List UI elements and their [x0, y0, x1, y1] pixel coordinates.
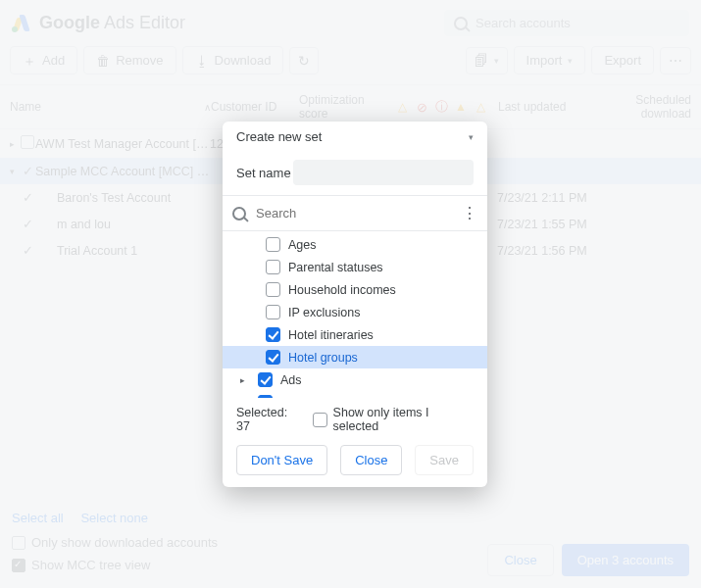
tree-checkbox[interactable]: [266, 350, 280, 365]
last-updated: 7/23/21 1:56 PM: [489, 244, 587, 258]
col-scheduled-download[interactable]: Scheduled download: [588, 93, 691, 121]
tree-checkbox[interactable]: [266, 260, 280, 274]
history-button[interactable]: ↻: [289, 47, 319, 74]
account-name: Trial Account 1: [57, 244, 210, 258]
tree-checkbox[interactable]: [266, 305, 280, 319]
col-optimization[interactable]: Optimization score: [299, 93, 392, 121]
tree-item-label: Ads: [280, 373, 302, 387]
dialog-search-input[interactable]: [254, 205, 454, 221]
search-accounts-input[interactable]: Search accounts: [444, 10, 689, 36]
checkmark-icon: ✓: [23, 165, 33, 178]
tree-checkbox[interactable]: [258, 395, 273, 398]
remove-button[interactable]: 🗑Remove: [83, 46, 175, 74]
account-name: Baron's Test Account: [57, 191, 210, 205]
checkmark-icon: ✓: [23, 244, 33, 258]
tree-item[interactable]: Hotel groups: [223, 346, 487, 368]
search-icon: [454, 17, 468, 30]
more-button[interactable]: ⋯: [660, 47, 691, 74]
tree-item-label: Ad extensions: [280, 396, 358, 399]
open-accounts-button[interactable]: Open 3 accounts: [562, 544, 689, 576]
tree-item-label: Hotel itineraries: [288, 328, 374, 342]
col-last-updated[interactable]: Last updated: [490, 100, 588, 114]
tree-item-label: Hotel groups: [288, 351, 358, 365]
warning-outline-icon: △: [471, 100, 490, 114]
error-circle-icon: ⊘: [412, 100, 431, 115]
col-customer-id[interactable]: Customer ID: [211, 100, 299, 114]
tree-checkbox[interactable]: [266, 327, 280, 342]
tree-item-label: IP exclusions: [288, 306, 360, 319]
tree-item[interactable]: Parental statuses: [223, 256, 487, 278]
more-vert-icon[interactable]: ⋮: [462, 204, 477, 222]
selected-count: Selected: 37: [236, 406, 303, 433]
chevron-down-icon: ▾: [494, 56, 499, 66]
expand-caret[interactable]: ▸: [240, 375, 250, 385]
app-title: Google Ads Editor: [39, 13, 185, 33]
download-button[interactable]: ⭳Download: [182, 46, 284, 74]
col-name[interactable]: Name∧: [10, 100, 211, 114]
tree-checkbox[interactable]: [266, 282, 280, 297]
search-icon: [232, 207, 246, 220]
tree-item-label: Household incomes: [288, 283, 396, 297]
tree-item[interactable]: Ages: [223, 233, 487, 256]
checkmark-icon: ✓: [23, 218, 33, 231]
warning-solid-icon: ▲: [451, 100, 471, 114]
dialog-close-button[interactable]: Close: [340, 445, 402, 475]
sort-asc-icon: ∧: [204, 102, 211, 113]
tree-item-label: Parental statuses: [288, 261, 383, 274]
chevron-down-icon: ▾: [568, 56, 573, 66]
import-button[interactable]: Import ▾: [514, 46, 586, 74]
set-name-label: Set name: [236, 166, 293, 180]
tree-item[interactable]: IP exclusions: [223, 301, 487, 323]
search-placeholder: Search accounts: [476, 16, 571, 30]
select-all-link[interactable]: Select all: [12, 511, 64, 525]
export-button[interactable]: Export: [591, 46, 654, 74]
expand-caret[interactable]: ▾: [10, 167, 20, 176]
save-button: Save: [415, 445, 474, 475]
select-none-link[interactable]: Select none: [80, 511, 148, 525]
chevron-down-icon: ▾: [469, 132, 474, 142]
last-updated: 7/23/21 1:55 PM: [489, 218, 587, 231]
tree-item[interactable]: Hotel itineraries: [223, 323, 487, 346]
create-set-dialog: Create new set ▾ Set name ⋮ AgesParental…: [223, 122, 487, 487]
more-icon: ⋯: [669, 54, 682, 68]
tree-item[interactable]: Household incomes: [223, 278, 487, 301]
download-icon: ⭳: [195, 54, 209, 68]
account-name: AWM Test Manager Account [MCC] (0/1): [35, 137, 210, 151]
show-only-selected-checkbox[interactable]: Show only items I selected: [313, 406, 474, 433]
tree-item[interactable]: ▸Ads: [223, 368, 487, 391]
google-ads-logo: [12, 14, 31, 33]
tree-item[interactable]: Ad extensions: [223, 391, 487, 398]
add-button[interactable]: ＋Add: [10, 46, 77, 74]
tree-item-label: Ages: [288, 238, 317, 252]
create-new-set-select[interactable]: Create new set ▾: [223, 122, 487, 152]
account-name: Sample MCC Account [MCC] (3/3): [35, 165, 210, 178]
history-icon: ↻: [298, 54, 310, 68]
row-checkbox[interactable]: [21, 135, 34, 149]
account-name: m and lou: [57, 218, 210, 231]
dont-save-button[interactable]: Don't Save: [236, 445, 327, 475]
tree-checkbox[interactable]: [266, 237, 280, 252]
info-circle-icon: ⓘ: [431, 98, 451, 116]
tree-checkbox[interactable]: [258, 372, 273, 387]
set-name-input[interactable]: [293, 160, 474, 185]
copy-icon: 🗐: [475, 54, 488, 68]
expand-caret[interactable]: ▸: [10, 139, 20, 149]
trash-icon: 🗑: [96, 54, 110, 68]
close-button[interactable]: Close: [487, 544, 553, 576]
checkmark-icon: ✓: [23, 191, 33, 205]
last-updated: 7/23/21 2:11 PM: [489, 191, 587, 205]
plus-icon: ＋: [23, 54, 36, 68]
warning-triangle-icon: △: [392, 100, 412, 114]
copy-menu-button[interactable]: 🗐 ▾: [466, 47, 508, 74]
